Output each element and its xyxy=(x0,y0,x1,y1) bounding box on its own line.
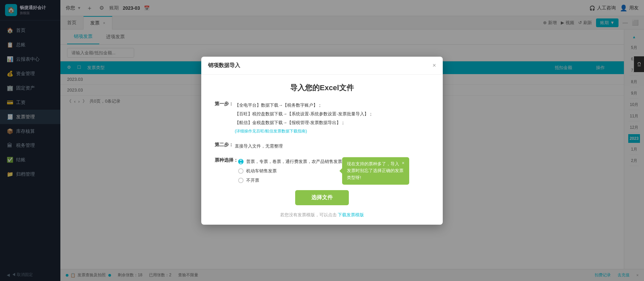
step1-label: 第一步： xyxy=(215,101,235,107)
select-file-btn[interactable]: 选择文件 xyxy=(295,190,349,205)
radio-opt3[interactable]: 不开票 xyxy=(238,177,342,183)
radio-opt2[interactable]: 机动车销售发票 × 现在支持的票种多了，导入发票时别忘了选择正确的发票类型呀! xyxy=(238,168,342,174)
import-dialog: 销项数据导入 × 导入您的Excel文件 第一步： 【全电平台】数据下载→【税务… xyxy=(201,57,443,225)
radio-opt2-circle xyxy=(238,168,244,174)
step-2: 第二步： 直接导入文件，无需整理 xyxy=(215,142,429,151)
dialog-body: 导入您的Excel文件 第一步： 【全电平台】数据下载→【税务数字账户】； 【百… xyxy=(201,75,443,225)
radio-opt1-circle xyxy=(238,159,244,164)
radio-opt1[interactable]: 普票，专票，卷票，通行费发票，农产品销售发票 xyxy=(238,159,342,165)
step1-text: 【全电平台】数据下载→【税务数字账户】； 【百旺】税控盘数据下载→【系统设置-系… xyxy=(235,101,373,135)
tooltip-bubble: × 现在支持的票种多了，导入发票时别忘了选择正确的发票类型呀! xyxy=(342,157,409,184)
radio-group: 普票，专票，卷票，通行费发票，农产品销售发票 机动车销售发票 × 现在支持的票种… xyxy=(238,159,342,183)
dialog-overlay: 销项数据导入 × 导入您的Excel文件 第一步： 【全电平台】数据下载→【税务… xyxy=(0,0,644,281)
step2-label: 第二步： xyxy=(215,142,235,148)
ticket-select: 票种选择： 普票，专票，卷票，通行费发票，农产品销售发票 机动车销售发票 xyxy=(215,157,429,183)
dialog-footer: 若您没有发票模版，可以点击 下载发票模版 xyxy=(215,212,429,218)
dialog-close-btn[interactable]: × xyxy=(432,62,436,68)
import-title: 导入您的Excel文件 xyxy=(215,83,429,93)
dialog-header: 销项数据导入 × xyxy=(201,57,443,75)
download-template-link[interactable]: 下载发票模版 xyxy=(338,212,364,217)
radio-opt3-circle xyxy=(238,178,244,183)
step2-text: 直接导入文件，无需整理 xyxy=(235,142,283,151)
download-guide-link[interactable]: (详细操作见百旺/航信发票数据下载指南) xyxy=(235,129,307,133)
dialog-title: 销项数据导入 xyxy=(208,62,240,69)
tooltip-close-btn[interactable]: × xyxy=(402,160,405,165)
step-1: 第一步： 【全电平台】数据下载→【税务数字账户】； 【百旺】税控盘数据下载→【系… xyxy=(215,101,429,135)
ticket-label: 票种选择： xyxy=(215,157,238,163)
